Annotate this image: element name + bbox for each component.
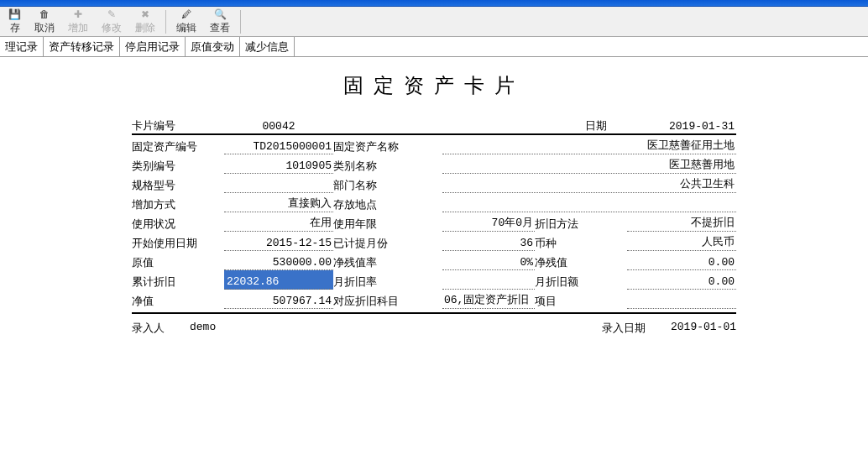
card-form-area: 固定资产卡片 卡片编号 00042 日期 2019-01-31 固定资产编号 T… [0,57,868,342]
delete-icon: ✖ [141,8,149,21]
spec-value[interactable] [224,174,333,193]
main-toolbar: 💾 存 🗑 取消 ✚ 增加 ✎ 修改 ✖ 删除 🖉 编辑 🔍 查看 [0,7,868,37]
accum-depr-label: 累计折旧 [132,270,224,290]
header-row: 卡片编号 00042 日期 2019-01-31 [132,114,736,133]
tab-reduction-info[interactable]: 减少信息 [240,37,295,56]
save-label: 存 [10,21,20,35]
salvage-val-value[interactable]: 0.00 [627,251,736,270]
months-label: 已计提月份 [333,232,442,251]
asset-no-label: 固定资产编号 [132,135,224,154]
add-way-label: 增加方式 [132,193,224,212]
asset-no-value[interactable]: TD2015000001 [224,135,333,154]
month-rate-label: 月折旧率 [333,270,442,290]
cancel-icon: 🗑 [39,8,50,21]
entry-date-label: 录入日期 [602,321,646,336]
salvage-rate-value[interactable]: 0% [442,251,535,270]
cancel-label: 取消 [34,21,55,35]
asset-name-value[interactable]: 医卫慈善征用土地 [442,135,736,154]
project-label: 项目 [535,290,627,309]
cat-no-value[interactable]: 1010905 [224,154,333,174]
use-status-label: 使用状况 [132,212,224,232]
date-value: 2019-01-31 [652,114,736,133]
cat-no-label: 类别编号 [132,154,224,174]
use-years-label: 使用年限 [333,212,442,232]
modify-button: ✎ 修改 [95,7,128,36]
view-button[interactable]: 🔍 查看 [203,7,237,36]
add-button: ✚ 增加 [61,7,95,36]
delete-label: 删除 [135,21,155,35]
orig-val-label: 原值 [132,251,224,270]
subject-label: 对应折旧科目 [333,290,442,309]
edit-icon: 🖉 [181,8,191,21]
entry-person-label: 录入人 [132,321,165,336]
view-label: 查看 [210,21,230,35]
location-value[interactable] [442,193,736,212]
location-label: 存放地点 [333,193,442,212]
save-icon: 💾 [8,8,21,21]
edit-button[interactable]: 🖉 编辑 [170,7,203,36]
use-years-value[interactable]: 70年0月 [442,212,535,232]
tab-transfer-records[interactable]: 资产转移记录 [44,37,120,56]
sub-tabs: 理记录 资产转移记录 停启用记录 原值变动 减少信息 [0,37,868,57]
depr-method-value[interactable]: 不提折旧 [627,212,736,232]
start-date-value[interactable]: 2015-12-15 [224,232,333,251]
form-wrapper: 卡片编号 00042 日期 2019-01-31 固定资产编号 TD201500… [132,114,736,342]
card-title: 固定资产卡片 [0,72,868,99]
cat-name-value[interactable]: 医卫慈善用地 [442,154,736,174]
save-button[interactable]: 💾 存 [2,7,28,36]
cancel-button[interactable]: 🗑 取消 [28,7,61,36]
entry-person-value: demo [190,321,216,336]
entry-date-value: 2019-01-01 [671,321,736,336]
edit-label: 编辑 [176,21,196,35]
month-amt-label: 月折旧额 [535,270,627,290]
add-way-value[interactable]: 直接购入 [224,193,333,212]
delete-button: ✖ 删除 [128,7,162,36]
currency-label: 币种 [535,232,627,251]
salvage-rate-label: 净残值率 [333,251,442,270]
window-titlebar [0,0,868,7]
toolbar-separator [240,10,241,34]
use-status-value[interactable]: 在用 [224,212,333,232]
orig-val-value[interactable]: 530000.00 [224,251,333,270]
tab-original-value-change[interactable]: 原值变动 [186,37,240,56]
project-value[interactable] [627,290,736,309]
salvage-val-label: 净残值 [535,251,627,270]
dept-label: 部门名称 [333,174,442,193]
tab-manage-records[interactable]: 理记录 [0,37,44,56]
modify-label: 修改 [102,21,122,35]
months-value[interactable]: 36 [442,232,535,251]
add-label: 增加 [68,21,88,35]
subject-value[interactable]: 06,固定资产折旧 [442,290,535,309]
net-val-value[interactable]: 507967.14 [224,290,333,309]
card-no-value: 00042 [224,114,333,133]
toolbar-separator [165,10,166,34]
currency-value[interactable]: 人民币 [627,232,736,251]
month-amt-value[interactable]: 0.00 [627,270,736,290]
depr-method-label: 折旧方法 [535,212,627,232]
view-icon: 🔍 [214,8,227,21]
card-no-label: 卡片编号 [132,114,224,133]
net-val-label: 净值 [132,290,224,309]
month-rate-value[interactable] [442,270,535,290]
start-date-label: 开始使用日期 [132,232,224,251]
tab-enable-disable-records[interactable]: 停启用记录 [120,37,186,56]
accum-depr-value[interactable]: 22032.86 [224,270,333,290]
spec-label: 规格型号 [132,174,224,193]
dept-value[interactable]: 公共卫生科 [442,174,736,193]
date-label: 日期 [585,114,652,133]
cat-name-label: 类别名称 [333,154,442,174]
footer-row: 录入人 demo 录入日期 2019-01-01 [132,314,736,342]
asset-name-label: 固定资产名称 [333,135,442,154]
add-icon: ✚ [74,8,82,21]
modify-icon: ✎ [107,8,116,21]
